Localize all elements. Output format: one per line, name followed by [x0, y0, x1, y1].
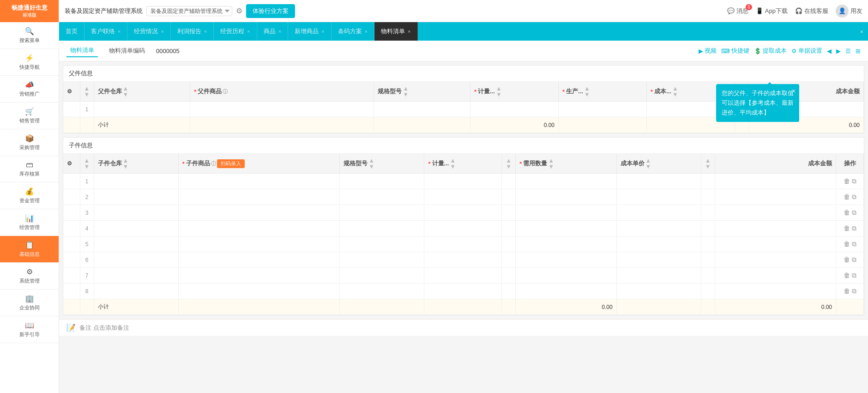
child-row5-needed[interactable] [516, 236, 616, 252]
child-row3-unit[interactable] [424, 205, 502, 221]
delete-icon[interactable]: 🗑 [844, 177, 850, 185]
nav-prev[interactable]: ◀ [827, 48, 832, 54]
delete-icon[interactable]: 🗑 [844, 224, 850, 232]
child-row5-goods[interactable] [178, 236, 340, 252]
tab-profit[interactable]: 利润报告 × [171, 22, 214, 41]
parent-col-gear[interactable]: ⚙ [63, 82, 80, 102]
copy-icon[interactable]: ⧉ [852, 256, 856, 264]
delete-icon[interactable]: 🗑 [844, 272, 850, 279]
tab-history[interactable]: 经营历程 × [214, 22, 257, 41]
system-selector[interactable]: 装备及固定资产辅助管理系统 [146, 6, 232, 16]
tab-history-close[interactable]: × [247, 29, 250, 34]
tab-home[interactable]: 首页 [59, 22, 84, 41]
scan-button[interactable]: 扫码录入 [217, 159, 245, 168]
child-row2-goods[interactable] [178, 189, 340, 205]
sidebar-item-operation[interactable]: 📊 经营管理 [0, 209, 59, 236]
copy-icon[interactable]: ⧉ [852, 193, 856, 201]
online-service-item[interactable]: 🎧 在线客服 [795, 7, 828, 15]
child-row6-warehouse[interactable] [94, 252, 178, 268]
child-row3-warehouse[interactable] [94, 205, 178, 221]
sidebar-item-finance[interactable]: 💰 资金管理 [0, 182, 59, 209]
tab-operation-status[interactable]: 经营情况 × [127, 22, 170, 41]
extract-cost-action[interactable]: 💲 提取成本 [754, 47, 787, 55]
sidebar-item-inventory[interactable]: 🗃 库存核算 [0, 156, 59, 182]
tab-goods-close[interactable]: × [278, 29, 281, 34]
tab-customer-close[interactable]: × [118, 29, 121, 34]
view-action[interactable]: ▶ 视频 [699, 47, 717, 55]
delete-icon[interactable]: 🗑 [844, 240, 850, 248]
delete-icon[interactable]: 🗑 [844, 193, 850, 201]
child-row7-needed[interactable] [516, 268, 616, 284]
child-row2-unit[interactable] [424, 189, 502, 205]
child-col-gear[interactable]: ⚙ [63, 154, 80, 174]
settings-gear-icon[interactable]: ⚙ [236, 6, 242, 15]
child-row6-needed[interactable] [516, 252, 616, 268]
child-row4-unit[interactable] [424, 221, 502, 236]
sidebar-item-purchase[interactable]: 📦 采购管理 [0, 129, 59, 156]
nav-next[interactable]: ▶ [836, 48, 841, 54]
child-row7-warehouse[interactable] [94, 268, 178, 284]
child-row3-needed[interactable] [516, 205, 616, 221]
child-row1-unit[interactable] [424, 174, 502, 189]
bottom-hint[interactable]: 📝 备注 点击添加备注 [59, 319, 868, 336]
child-row4-needed[interactable] [516, 221, 616, 236]
sidebar-item-marketing[interactable]: 📣 营销推广 [0, 76, 59, 103]
child-row7-unit[interactable] [424, 268, 502, 284]
child-row2-warehouse[interactable] [94, 189, 178, 205]
delete-icon[interactable]: 🗑 [844, 256, 850, 264]
parent-row1-unit[interactable] [470, 102, 558, 117]
tab-new-goods-close[interactable]: × [321, 29, 324, 34]
sidebar-item-basic[interactable]: 📋 基础信息 [0, 236, 59, 263]
page-tab-bom-list[interactable]: 物料清单 [66, 44, 98, 57]
sidebar-item-guide[interactable]: 📖 新手引导 [0, 316, 59, 343]
copy-icon[interactable]: ⧉ [852, 240, 856, 248]
delete-icon[interactable]: 🗑 [844, 209, 850, 217]
message-badge-item[interactable]: 💬 消息 6 [727, 7, 748, 15]
list-view-icon[interactable]: ☰ [845, 48, 851, 54]
sidebar-item-quick-nav[interactable]: ⚡ 快捷导航 [0, 49, 59, 76]
child-row5-unit[interactable] [424, 236, 502, 252]
parent-row1-warehouse[interactable] [94, 102, 190, 117]
child-row2-needed[interactable] [516, 189, 616, 205]
copy-icon[interactable]: ⧉ [852, 209, 856, 217]
tooltip-close-btn[interactable]: × [792, 86, 796, 96]
grid-view-icon[interactable]: ⊞ [856, 48, 861, 54]
child-row8-unit[interactable] [424, 284, 502, 299]
parent-row1-production[interactable] [559, 102, 647, 117]
tab-customer[interactable]: 客户联络 × [84, 22, 127, 41]
sidebar-item-enterprise[interactable]: 🏢 企业协同 [0, 290, 59, 316]
tab-bom[interactable]: 物料清单 × [374, 22, 417, 41]
close-all-tabs[interactable]: × [855, 28, 868, 35]
child-row1-goods[interactable] [178, 174, 340, 189]
tab-profit-close[interactable]: × [204, 29, 207, 34]
copy-icon[interactable]: ⧉ [852, 177, 856, 185]
tab-operation-close[interactable]: × [161, 29, 163, 34]
tab-barcode-close[interactable]: × [365, 29, 368, 34]
tab-bom-close[interactable]: × [408, 29, 410, 34]
user-item[interactable]: 👤 用友 [836, 5, 862, 18]
child-row1-needed[interactable] [516, 174, 616, 189]
sidebar-item-sales[interactable]: 🛒 销售管理 [0, 103, 59, 129]
copy-icon[interactable]: ⧉ [852, 287, 856, 295]
child-row8-warehouse[interactable] [94, 284, 178, 299]
copy-icon[interactable]: ⧉ [852, 224, 856, 232]
child-row8-goods[interactable] [178, 284, 340, 299]
app-download-item[interactable]: 📱 App下载 [756, 7, 788, 15]
single-settings-action[interactable]: ⚙ 单据设置 [791, 47, 822, 55]
shortcut-action[interactable]: ⌨ 快捷键 [721, 47, 749, 55]
trial-button[interactable]: 体验行业方案 [246, 4, 295, 18]
tab-goods[interactable]: 商品 × [257, 22, 288, 41]
child-row6-unit[interactable] [424, 252, 502, 268]
sidebar-item-search[interactable]: 🔍 搜索菜单 [0, 22, 59, 49]
page-tab-bom-code-label[interactable]: 物料清单编码 [105, 45, 149, 57]
child-row4-goods[interactable] [178, 221, 340, 236]
child-row8-needed[interactable] [516, 284, 616, 299]
delete-icon[interactable]: 🗑 [844, 287, 850, 295]
child-row4-warehouse[interactable] [94, 221, 178, 236]
child-row7-goods[interactable] [178, 268, 340, 284]
child-row6-goods[interactable] [178, 252, 340, 268]
tab-new-goods[interactable]: 新增商品 × [288, 22, 331, 41]
copy-icon[interactable]: ⧉ [852, 272, 856, 279]
parent-row1-goods[interactable] [190, 102, 374, 117]
tab-barcode[interactable]: 条码方案 × [332, 22, 374, 41]
